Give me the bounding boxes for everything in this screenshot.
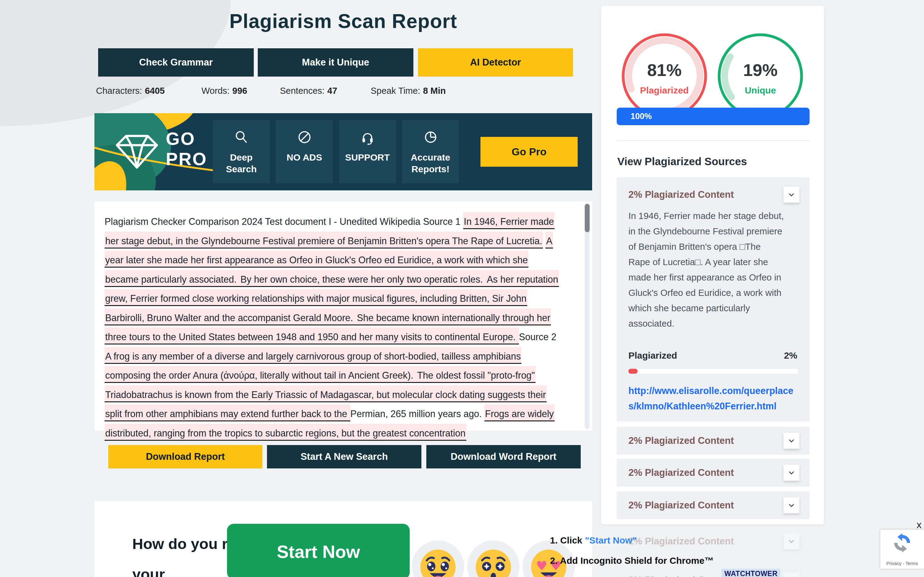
source-card-collapsed: 2% Plagiarized Content	[617, 427, 810, 455]
main-column: Plagiarism Scan Report Check Grammar Mak…	[94, 0, 592, 577]
source-meter-track	[629, 369, 798, 374]
promo-step-2: 2. Add Incognito Shield for Chrome™	[550, 556, 714, 566]
chevron-down-icon	[789, 504, 794, 507]
expand-source-button[interactable]	[784, 465, 800, 481]
feature-support: SUPPORT	[339, 120, 396, 183]
text-run: Source 2	[519, 332, 556, 342]
scanned-document-panel: Plagiarism Checker Comparison 2024 Test …	[94, 201, 592, 430]
source-meter-fill	[629, 369, 638, 374]
scrollbar-track[interactable]	[585, 203, 590, 429]
chevron-down-icon	[789, 540, 794, 543]
headset-icon	[360, 129, 375, 145]
stat-speak-time: Speak Time:8 Min	[371, 86, 446, 96]
feature-label: SUPPORT	[339, 152, 396, 163]
chevron-down-icon	[789, 439, 794, 443]
feature-label: Deep Search	[213, 152, 270, 175]
feature-label: NO ADS	[276, 152, 333, 163]
text-run: Plagiarism Checker Comparison 2024 Test …	[105, 216, 463, 227]
svg-text:♥: ♥	[536, 558, 547, 573]
results-sidebar: 81% Plagiarized 19% Unique 100% View Pla…	[601, 6, 824, 524]
source-card-collapsed: 2% Plagiarized Content	[617, 492, 810, 519]
source-card-collapsed: 2% Plagiarized Content	[617, 459, 810, 487]
no-ads-icon	[297, 129, 312, 145]
download-report-button[interactable]: Download Report	[108, 445, 262, 468]
scrollbar-thumb[interactable]	[585, 204, 590, 232]
rating-option[interactable]	[467, 540, 519, 577]
stat-sentences: Sentences:47	[280, 86, 337, 96]
promo-start-now-link[interactable]: "Start Now"	[585, 535, 636, 545]
chevron-down-icon	[789, 471, 794, 475]
make-it-unique-label: Make it Unique	[302, 57, 369, 68]
close-icon[interactable]: x	[917, 519, 922, 530]
source-meter-label: Plagiarized	[629, 350, 677, 361]
promo-step-1: 1. Click "Start Now"	[550, 535, 637, 546]
source-meter-value: 2%	[784, 350, 797, 361]
pie-chart-icon	[423, 129, 438, 145]
search-icon	[234, 129, 249, 145]
recaptcha-icon	[893, 533, 912, 553]
feature-label: Accurate Reports!	[402, 152, 459, 175]
collapse-source-button[interactable]	[784, 187, 800, 203]
sources-heading: View Plagiarized Sources	[617, 155, 747, 168]
source-url-link[interactable]: http://www.elisarolle.com/queerplaces/kl…	[629, 383, 800, 414]
text-run: Permian, 265 million years ago.	[350, 408, 484, 419]
rating-card: How do you rate your	[94, 501, 592, 577]
feature-no-ads: NO ADS	[276, 120, 333, 183]
watchtower-logo: WATCHTOWER	[722, 569, 780, 577]
source-card-title: 2% Plagiarized Content	[629, 536, 734, 547]
expand-source-button	[784, 572, 800, 577]
source-card-title: 2% Plagiarized Content	[629, 189, 734, 200]
make-it-unique-button[interactable]: Make it Unique	[258, 48, 413, 77]
stat-words: Words:996	[202, 86, 247, 96]
ai-detector-label: AI Detector	[470, 57, 521, 68]
start-new-search-label: Start A New Search	[300, 451, 388, 462]
go-pro-wordmark: GO PRO	[166, 129, 207, 169]
unique-gauge-label: Unique	[717, 85, 804, 96]
feature-deep-search: Deep Search	[213, 120, 270, 183]
download-word-report-button[interactable]: Download Word Report	[426, 445, 581, 468]
download-report-label: Download Report	[146, 451, 225, 462]
promo-step-1-text: 1. Click	[550, 535, 585, 545]
source-card-title: 2% Plagiarized Content	[629, 575, 734, 577]
page-title: Plagiarism Scan Report	[94, 10, 592, 32]
excited-emoji-icon	[419, 548, 457, 577]
check-grammar-label: Check Grammar	[139, 57, 213, 68]
document-stats: Characters:6405 Words:996 Sentences:47 S…	[94, 86, 592, 98]
plagiarized-gauge-label: Plagiarized	[621, 85, 708, 96]
start-now-label: Start Now	[277, 542, 360, 562]
go-pro-button[interactable]: Go Pro	[481, 137, 578, 167]
star-struck-emoji-icon	[475, 548, 512, 577]
rating-option[interactable]	[412, 540, 464, 577]
diamond-icon	[112, 132, 161, 171]
feature-accurate-reports: Accurate Reports!	[402, 120, 459, 183]
stat-characters: Characters:6405	[96, 86, 164, 96]
plagiarized-text-run[interactable]: By her own choice, these were her only t…	[240, 270, 486, 287]
expand-source-button	[784, 533, 800, 549]
source-card-title: 2% Plagiarized Content	[629, 500, 734, 511]
source-card-title: 2% Plagiarized Content	[629, 467, 734, 478]
start-new-search-button[interactable]: Start A New Search	[267, 445, 421, 468]
scan-progress-bar: 100%	[617, 108, 810, 125]
divider	[617, 140, 810, 141]
check-grammar-button[interactable]: Check Grammar	[98, 48, 254, 77]
source-excerpt: In 1946, Ferrier made her stage debut, i…	[629, 208, 785, 331]
source-card-title: 2% Plagiarized Content	[629, 435, 734, 446]
go-pro-button-label: Go Pro	[511, 146, 546, 158]
recaptcha-badge[interactable]: Privacy - Terms	[880, 530, 924, 569]
start-now-button[interactable]: Start Now	[227, 524, 410, 577]
download-word-report-label: Download Word Report	[451, 451, 556, 462]
scanned-document-text: Plagiarism Checker Comparison 2024 Test …	[105, 212, 560, 443]
go-pro-banner: GO PRO Deep Search NO ADS	[94, 113, 592, 190]
expand-source-button[interactable]	[784, 433, 800, 449]
scan-progress-label: 100%	[631, 112, 652, 121]
chevron-down-icon	[789, 193, 794, 197]
source-card-expanded: 2% Plagiarized Content In 1946, Ferrier …	[617, 177, 810, 421]
source-card-collapsed-faded: 2% Plagiarized Content	[617, 568, 810, 577]
source-card-collapsed-faded: 2% Plagiarized Content	[617, 527, 810, 556]
unique-gauge-value: 19%	[717, 60, 804, 80]
recaptcha-privacy-terms[interactable]: Privacy - Terms	[880, 561, 924, 566]
expand-source-button[interactable]	[784, 497, 800, 513]
plagiarized-gauge-value: 81%	[621, 60, 708, 80]
ai-detector-button[interactable]: AI Detector	[418, 48, 573, 77]
